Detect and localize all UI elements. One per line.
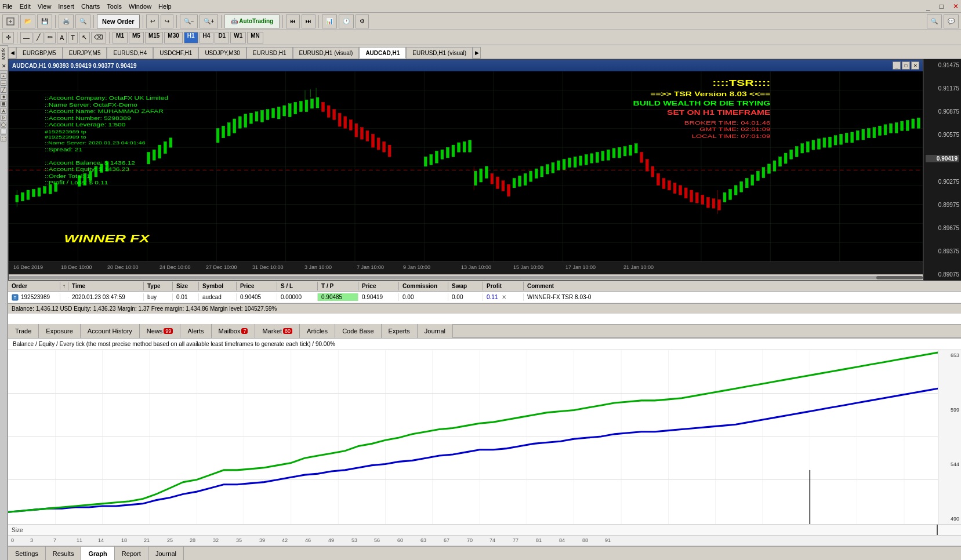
tool10[interactable]: ⛶ <box>1 136 6 141</box>
tab-journal[interactable]: Journal <box>418 324 453 338</box>
scrollbar-track[interactable] <box>9 276 923 279</box>
col-sort[interactable]: ↑ <box>60 282 68 290</box>
tool6[interactable]: A <box>1 108 6 114</box>
tf-m5[interactable]: M5 <box>129 32 144 43</box>
new-order-btn[interactable]: New Order <box>97 14 140 28</box>
cursor-tool-btn[interactable]: ↖ <box>79 32 90 43</box>
chart-close-btn[interactable]: ✕ <box>911 61 919 70</box>
col-commission[interactable]: Commission <box>399 282 448 290</box>
window-maximize-btn[interactable]: □ <box>940 2 944 10</box>
tool1[interactable]: + <box>1 73 6 79</box>
menu-view[interactable]: View <box>38 3 52 10</box>
tab-articles[interactable]: Articles <box>300 324 335 338</box>
crosshair-btn[interactable]: ✛ <box>2 32 14 43</box>
chat-btn[interactable]: 💬 <box>944 14 959 28</box>
tab-trade[interactable]: Trade <box>8 324 39 338</box>
search-btn[interactable]: 🔍 <box>927 14 942 28</box>
col-swap[interactable]: Swap <box>448 282 483 290</box>
chart-tab-usdjpy-m30[interactable]: USDJPY,M30 <box>198 47 246 59</box>
tf-h4[interactable]: H4 <box>200 32 214 43</box>
tf-w1[interactable]: W1 <box>230 32 246 43</box>
undo-btn[interactable]: ↩ <box>146 14 159 28</box>
back-btn[interactable]: ⏮ <box>286 14 300 28</box>
menu-insert[interactable]: Insert <box>58 3 74 10</box>
chart-body[interactable]: ::Account Company: OctaFX UK Limited ::N… <box>9 71 923 261</box>
tab-exposure[interactable]: Exposure <box>39 324 80 338</box>
strat-tab-graph[interactable]: Graph <box>81 547 114 561</box>
col-price-current[interactable]: Price <box>358 282 399 290</box>
chart-minimize-btn[interactable]: _ <box>893 61 901 70</box>
col-size[interactable]: Size <box>173 282 199 290</box>
strat-tab-report[interactable]: Report <box>115 547 148 561</box>
close-order-btn[interactable]: ✕ <box>502 294 506 300</box>
col-price-open[interactable]: Price <box>237 282 277 290</box>
tab-market[interactable]: Market80 <box>255 324 300 338</box>
menu-edit[interactable]: Edit <box>20 3 31 10</box>
tf-h1[interactable]: H1 <box>184 32 198 43</box>
menu-tools[interactable]: Tools <box>107 3 122 10</box>
forward-btn[interactable]: ⏭ <box>302 14 316 28</box>
tf-mn[interactable]: MN <box>247 32 263 43</box>
chart-tab-usdchf-h1[interactable]: USDCHF,H1 <box>153 47 198 59</box>
tool7[interactable]: ▷ <box>1 115 6 121</box>
tab-alerts[interactable]: Alerts <box>180 324 211 338</box>
print-preview-btn[interactable]: 🔍 <box>75 14 90 28</box>
save-btn[interactable]: 💾 <box>37 14 52 28</box>
chart-tab-eurusd-h1-visual2[interactable]: EURUSD,H1 (visual) <box>406 47 473 59</box>
line-tool-btn[interactable]: — <box>20 32 32 43</box>
col-type[interactable]: Type <box>144 282 173 290</box>
menu-help[interactable]: Help <box>158 3 172 10</box>
tool8[interactable]: ◯ <box>1 122 6 128</box>
tab-scroll-right[interactable]: ▶ <box>473 47 481 59</box>
tool3[interactable]: ╱ <box>1 87 6 93</box>
tf-d1[interactable]: D1 <box>215 32 229 43</box>
tab-scroll-left[interactable]: ◀ <box>8 47 16 59</box>
tab-mailbox[interactable]: Mailbox7 <box>212 324 256 338</box>
menu-file[interactable]: File <box>2 3 13 10</box>
zoom-bar-btn[interactable]: 📊 <box>322 14 337 28</box>
strat-tab-journal[interactable]: Journal <box>148 547 184 561</box>
col-profit[interactable]: Profit <box>483 282 524 290</box>
zoom-in-btn[interactable]: 🔍+ <box>200 14 218 28</box>
col-sl[interactable]: S / L <box>277 282 318 290</box>
tool2[interactable]: — <box>1 80 6 86</box>
chart-tab-eurgbp-m5[interactable]: EURGBP,M5 <box>16 47 63 59</box>
col-comment[interactable]: Comment <box>524 282 961 290</box>
redo-btn[interactable]: ↪ <box>161 14 173 28</box>
diagonal-tool-btn[interactable]: ╱ <box>34 32 43 43</box>
scrollbar-thumb[interactable] <box>876 276 923 279</box>
tab-account-history[interactable]: Account History <box>81 324 140 338</box>
text-bold-tool-btn[interactable]: T <box>68 32 78 43</box>
tab-code-base[interactable]: Code Base <box>335 324 381 338</box>
chart-tab-eurusd-h1[interactable]: EURUSD,H1 <box>246 47 293 59</box>
col-tp[interactable]: T / P <box>318 282 358 290</box>
tool5[interactable]: ▦ <box>1 101 6 107</box>
chart-scrollbar[interactable] <box>9 274 923 280</box>
vtab-close[interactable]: ✕ <box>0 62 8 71</box>
text-tool-btn[interactable]: A <box>57 32 67 43</box>
col-order[interactable]: Order <box>8 282 60 290</box>
tab-news[interactable]: News99 <box>140 324 181 338</box>
auto-trading-btn[interactable]: 🤖 AutoTrading <box>224 14 280 28</box>
pencil-tool-btn[interactable]: ✏ <box>45 32 56 43</box>
strat-tab-settings[interactable]: Settings <box>8 547 46 561</box>
chart-tab-audcad-h1[interactable]: AUDCAD,H1 <box>359 47 406 59</box>
chart-maximize-btn[interactable]: □ <box>902 61 910 70</box>
tab-experts[interactable]: Experts <box>382 324 418 338</box>
chart-tab-eurjpy-m5[interactable]: EURJPY,M5 <box>63 47 107 59</box>
options-btn[interactable]: ⚙ <box>356 14 369 28</box>
menu-window[interactable]: Window <box>129 3 151 10</box>
tool4[interactable]: ◈ <box>1 94 6 100</box>
delete-tool-btn[interactable]: ⌫ <box>91 32 106 43</box>
tf-m15[interactable]: M15 <box>145 32 163 43</box>
vtab-mark[interactable]: Mark <box>0 45 8 62</box>
tf-m30[interactable]: M30 <box>164 32 182 43</box>
chart-tab-eurusd-h4[interactable]: EURUSD,H4 <box>107 47 153 59</box>
col-time[interactable]: Time <box>68 282 144 290</box>
open-btn[interactable]: 📂 <box>20 14 35 28</box>
clock-btn[interactable]: 🕐 <box>339 14 354 28</box>
new-chart-btn[interactable] <box>2 14 19 28</box>
tf-m1[interactable]: M1 <box>113 32 128 43</box>
window-minimize-btn[interactable]: _ <box>926 2 930 10</box>
window-close-btn[interactable]: ✕ <box>953 2 959 10</box>
